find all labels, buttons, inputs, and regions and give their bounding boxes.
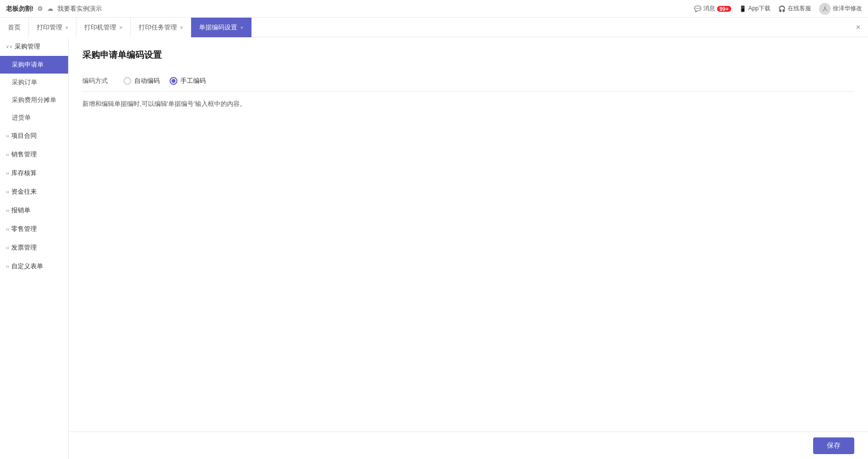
top-bar-right: 💬 消息 99+ 📱 App下载 🎧 在线客服 人 徐泽华修改 — [694, 3, 862, 15]
sidebar-item-goods-receipt-label: 进货单 — [12, 114, 31, 121]
sidebar-group-inventory[interactable]: › 库存核算 — [0, 164, 68, 182]
reimbursement-arrow-icon: › — [6, 208, 9, 213]
sidebar-group-invoice-label: 发票管理 — [11, 243, 37, 252]
tab-print-task-label: 打印任务管理 — [139, 23, 177, 32]
sidebar: ∨ 采购管理 采购申请单 采购订单 采购费用分摊单 进货单 › 项目合同 › 销… — [0, 37, 69, 459]
radio-auto-circle — [124, 77, 131, 85]
cloud-icon: ☁ — [47, 5, 53, 12]
info-text: 新增和编辑单据编时,可以编辑'单据编号'输入框中的内容。 — [82, 100, 854, 108]
tab-printer-management-close[interactable]: × — [119, 25, 122, 30]
sidebar-group-finance-label: 资金往来 — [11, 187, 37, 196]
content-area: 采购申请单编码设置 编码方式 自动编码 手工编码 新增和编辑单据编时,可以编辑'… — [69, 37, 868, 459]
sidebar-group-reimbursement[interactable]: › 报销单 — [0, 201, 68, 220]
sidebar-group-invoice[interactable]: › 发票管理 — [0, 238, 68, 257]
avatar: 人 — [819, 3, 831, 15]
sidebar-group-custom-label: 自定义表单 — [11, 262, 43, 271]
top-bar-left: 老板勿割! ⚙ ☁ 我要看实例演示 — [6, 4, 102, 13]
project-arrow-icon: › — [6, 133, 9, 139]
sidebar-group-sales-label: 销售管理 — [11, 150, 37, 159]
settings-icon[interactable]: ⚙ — [37, 5, 43, 12]
radio-manual-code[interactable]: 手工编码 — [170, 76, 206, 85]
demo-link[interactable]: 我要看实例演示 — [57, 4, 102, 13]
online-support-button[interactable]: 🎧 在线客服 — [778, 4, 811, 13]
sidebar-group-retail-label: 零售管理 — [11, 225, 37, 233]
message-icon: 💬 — [694, 5, 701, 12]
sidebar-item-purchase-expense[interactable]: 采购费用分摊单 — [0, 91, 68, 109]
bottom-bar: 保存 — [69, 432, 868, 459]
sidebar-group-project-label: 项目合同 — [11, 131, 37, 140]
user-menu[interactable]: 人 徐泽华修改 — [819, 3, 862, 15]
sales-arrow-icon: › — [6, 152, 9, 157]
tab-printer-management[interactable]: 打印机管理 × — [76, 18, 130, 37]
coding-method-row: 编码方式 自动编码 手工编码 — [82, 71, 854, 92]
app-download-label: App下载 — [748, 4, 770, 13]
radio-auto-code[interactable]: 自动编码 — [124, 76, 160, 85]
tab-code-settings-close[interactable]: × — [240, 25, 243, 30]
tab-code-settings[interactable]: 单据编码设置 × — [191, 18, 251, 37]
tab-printer-management-label: 打印机管理 — [84, 23, 116, 32]
content-inner: 采购申请单编码设置 编码方式 自动编码 手工编码 新增和编辑单据编时,可以编辑'… — [69, 37, 868, 432]
manual-code-label: 手工编码 — [180, 76, 206, 85]
custom-arrow-icon: › — [6, 264, 9, 269]
tab-bar: 首页 打印管理 × 打印机管理 × 打印任务管理 × 单据编码设置 × × — [0, 18, 868, 37]
sidebar-group-custom[interactable]: › 自定义表单 — [0, 257, 68, 276]
invoice-arrow-icon: › — [6, 245, 9, 251]
tab-print-task[interactable]: 打印任务管理 × — [131, 18, 191, 37]
main-layout: ∨ 采购管理 采购申请单 采购订单 采购费用分摊单 进货单 › 项目合同 › 销… — [0, 37, 868, 459]
sidebar-item-purchase-order-label: 采购订单 — [12, 78, 37, 86]
tab-print-management-label: 打印管理 — [37, 23, 62, 32]
sidebar-group-purchase-label: 采购管理 — [15, 42, 40, 51]
sidebar-group-finance[interactable]: › 资金往来 — [0, 182, 68, 201]
sidebar-group-sales[interactable]: › 销售管理 — [0, 145, 68, 164]
app-download-button[interactable]: 📱 App下载 — [739, 4, 770, 13]
sidebar-item-purchase-request-label: 采购申请单 — [12, 61, 44, 68]
tab-bar-close[interactable]: × — [848, 18, 868, 37]
retail-arrow-icon: › — [6, 227, 9, 232]
radio-manual-circle — [170, 77, 177, 85]
message-badge: 99+ — [717, 6, 731, 12]
tab-print-management[interactable]: 打印管理 × — [29, 18, 76, 37]
sidebar-item-purchase-order[interactable]: 采购订单 — [0, 74, 68, 91]
inventory-arrow-icon: › — [6, 171, 9, 176]
sidebar-group-inventory-label: 库存核算 — [11, 169, 37, 178]
finance-arrow-icon: › — [6, 189, 9, 195]
top-bar: 老板勿割! ⚙ ☁ 我要看实例演示 💬 消息 99+ 📱 App下载 🎧 在线客… — [0, 0, 868, 18]
message-button[interactable]: 💬 消息 99+ — [694, 4, 731, 13]
sidebar-section-purchase: ∨ 采购管理 采购申请单 采购订单 采购费用分摊单 进货单 — [0, 37, 68, 127]
message-label: 消息 — [703, 4, 715, 13]
sidebar-group-retail[interactable]: › 零售管理 — [0, 220, 68, 238]
tab-home[interactable]: 首页 — [0, 18, 29, 37]
coding-method-label: 编码方式 — [82, 76, 108, 85]
logo: 老板勿割! — [6, 4, 33, 13]
sidebar-item-purchase-expense-label: 采购费用分摊单 — [12, 96, 56, 103]
headset-icon: 🎧 — [778, 5, 786, 12]
sidebar-group-reimbursement-label: 报销单 — [11, 206, 30, 215]
sidebar-group-project[interactable]: › 项目合同 — [0, 127, 68, 145]
page-title: 采购申请单编码设置 — [82, 49, 854, 61]
app-icon: 📱 — [739, 5, 746, 12]
tab-code-settings-label: 单据编码设置 — [199, 23, 237, 32]
sidebar-item-purchase-request[interactable]: 采购申请单 — [0, 56, 68, 74]
sidebar-group-purchase[interactable]: ∨ 采购管理 — [0, 37, 68, 56]
sidebar-item-goods-receipt[interactable]: 进货单 — [0, 109, 68, 127]
tab-print-task-close[interactable]: × — [180, 25, 183, 30]
save-button[interactable]: 保存 — [813, 437, 854, 454]
tab-home-label: 首页 — [8, 23, 21, 32]
online-support-label: 在线客服 — [788, 4, 811, 13]
user-name: 徐泽华修改 — [833, 4, 862, 13]
auto-code-label: 自动编码 — [134, 76, 160, 85]
tab-print-management-close[interactable]: × — [65, 25, 68, 30]
purchase-arrow-icon: ∨ — [6, 44, 13, 49]
